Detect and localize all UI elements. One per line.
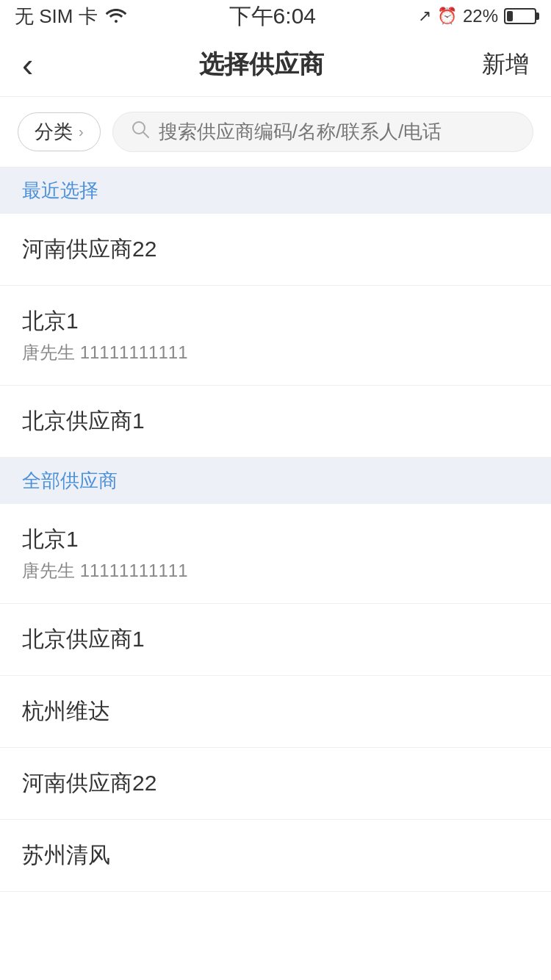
- battery-icon: [504, 8, 536, 24]
- list-item[interactable]: 杭州维达: [0, 676, 551, 748]
- carrier-text: 无 SIM 卡: [15, 4, 98, 29]
- item-name: 河南供应商22: [22, 234, 529, 264]
- list-item[interactable]: 北京1唐先生 11111111111: [0, 286, 551, 386]
- status-time: 下午6:04: [229, 1, 316, 32]
- filter-bar: 分类 ›: [0, 97, 551, 167]
- page-title: 选择供应商: [199, 48, 324, 82]
- search-input[interactable]: [159, 120, 515, 143]
- all-items-list: 北京1唐先生 11111111111北京供应商1杭州维达河南供应商22苏州清风: [0, 504, 551, 892]
- chevron-right-icon: ›: [79, 123, 84, 140]
- recent-section-label: 最近选择: [22, 179, 98, 201]
- search-icon: [131, 120, 150, 144]
- category-button[interactable]: 分类 ›: [18, 112, 101, 151]
- alarm-icon: ⏰: [437, 7, 457, 26]
- list-item[interactable]: 北京1唐先生 11111111111: [0, 504, 551, 604]
- list-item[interactable]: 北京供应商1: [0, 386, 551, 458]
- location-icon: ↗: [418, 7, 431, 26]
- svg-line-1: [143, 132, 148, 137]
- nav-bar: ‹ 选择供应商 新增: [0, 32, 551, 97]
- all-section-header: 全部供应商: [0, 458, 551, 504]
- item-name: 北京1: [22, 306, 529, 336]
- status-bar: 无 SIM 卡 下午6:04 ↗ ⏰ 22%: [0, 0, 551, 32]
- status-left: 无 SIM 卡: [15, 4, 127, 29]
- recent-section-header: 最近选择: [0, 167, 551, 214]
- list-item[interactable]: 河南供应商22: [0, 748, 551, 820]
- list-item[interactable]: 北京供应商1: [0, 604, 551, 676]
- all-section-label: 全部供应商: [22, 469, 118, 491]
- status-right: ↗ ⏰ 22%: [418, 6, 536, 26]
- list-item[interactable]: 河南供应商22: [0, 214, 551, 286]
- recent-items-list: 河南供应商22北京1唐先生 11111111111北京供应商1: [0, 214, 551, 458]
- back-button[interactable]: ‹: [15, 37, 40, 92]
- item-name: 苏州清风: [22, 840, 529, 871]
- battery-percent: 22%: [463, 6, 498, 26]
- category-label: 分类: [35, 119, 73, 145]
- item-name: 北京供应商1: [22, 624, 529, 655]
- item-detail: 唐先生 11111111111: [22, 559, 529, 583]
- item-name: 杭州维达: [22, 696, 529, 727]
- wifi-icon: [105, 5, 127, 28]
- item-name: 河南供应商22: [22, 768, 529, 799]
- item-detail: 唐先生 11111111111: [22, 341, 529, 364]
- item-name: 北京供应商1: [22, 406, 529, 436]
- list-item[interactable]: 苏州清风: [0, 820, 551, 892]
- item-name: 北京1: [22, 525, 529, 555]
- new-action-button[interactable]: 新增: [482, 48, 529, 81]
- search-box: [112, 112, 533, 152]
